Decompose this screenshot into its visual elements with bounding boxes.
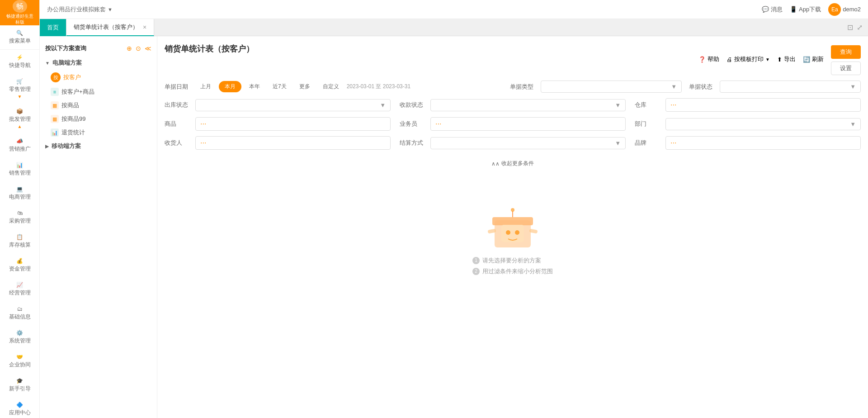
sidebar-item-marketing[interactable]: 📣 营销推广 <box>0 133 39 157</box>
tree-group-desktop-header[interactable]: ▼ 电脑端方案 <box>40 56 157 70</box>
brand-select[interactable]: ··· <box>665 136 861 150</box>
tab-maximize-icon[interactable]: ⤢ <box>857 23 863 32</box>
recipient-label: 收货人 <box>165 139 192 147</box>
tree-item-goods99[interactable]: ▦ 按商品99 <box>40 112 157 126</box>
app-download-label: App下载 <box>799 5 821 14</box>
filter-row-date: 单据日期 上月 本月 本年 近7天 更多 自定义 2023-03-01 至 20… <box>165 81 861 93</box>
quick-nav-label: 快捷导航 <box>9 62 31 69</box>
tree-group-mobile-header[interactable]: ▶ 移动端方案 <box>40 139 157 153</box>
settlement-select[interactable]: ▼ <box>430 137 626 149</box>
ecommerce-label: 电商管理 <box>9 193 31 201</box>
date-7days[interactable]: 近7天 <box>268 81 292 92</box>
topbar: 办公用品行业模拟账套 ▼ 💬 消息 📱 App下载 Ea demo2 <box>40 0 868 19</box>
department-select[interactable]: ▼ <box>665 118 861 130</box>
settlement-field: 结算方式 ▼ <box>400 137 626 149</box>
customer-scheme-label: 按客户 <box>63 73 81 81</box>
sidebar-item-finance[interactable]: 💰 资金管理 <box>0 253 39 277</box>
sidebar-item-basic-info[interactable]: 🗂 基础信息 <box>0 301 39 325</box>
goods-field: 商品 ··· <box>165 117 391 131</box>
department-label: 部门 <box>635 120 662 128</box>
settings-scheme-icon[interactable]: ⊙ <box>136 45 141 52</box>
tree-item-by-customer[interactable]: 按 按客户 <box>40 70 157 85</box>
filter-row-stock: 出库状态 ▼ 收款状态 ▼ <box>165 98 861 112</box>
salesperson-select[interactable]: ··· <box>430 117 626 131</box>
sidebar-item-purchase[interactable]: 🛍 采购管理 <box>0 205 39 229</box>
order-status-field: 单据状态 ▼ <box>689 81 861 93</box>
content-area: 按以下方案查询 ⊕ ⊙ ≪ ▼ 电脑端方案 按 按客户 ≡ <box>40 36 868 418</box>
date-custom[interactable]: 自定义 <box>318 81 344 92</box>
account-dropdown[interactable]: 办公用品行业模拟账套 ▼ <box>47 5 113 14</box>
template-print-button[interactable]: 🖨 按模板打印 ▼ <box>726 55 770 63</box>
user-profile[interactable]: Ea demo2 <box>828 3 861 16</box>
tree-item-by-goods[interactable]: ▦ 按商品 <box>40 99 157 112</box>
refresh-button[interactable]: 🔄 刷新 <box>803 55 824 63</box>
sales-stats-tab-label: 销货单统计表（按客户） <box>74 23 138 31</box>
tree-item-customer-goods[interactable]: ≡ 按客户+商品 <box>40 85 157 99</box>
sidebar-item-newuser[interactable]: 🎓 新手引导 <box>0 373 39 397</box>
payment-status-chevron: ▼ <box>615 102 621 109</box>
ecommerce-icon: 💻 <box>16 186 23 192</box>
tab-home[interactable]: 首页 <box>40 19 66 36</box>
sidebar-item-system[interactable]: ⚙️ 系统管理 <box>0 325 39 349</box>
inventory-label: 库存核算 <box>9 241 31 249</box>
tabs-bar: 首页 销货单统计表（按客户） × ⊡ ⤢ <box>40 19 868 36</box>
sidebar-logo[interactable]: 畅 畅捷通好生意 标版 <box>0 0 39 25</box>
return-stats-icon: 📊 <box>51 128 59 137</box>
settings-button[interactable]: 设置 <box>831 62 861 75</box>
tab-minimize-icon[interactable]: ⊡ <box>847 23 853 32</box>
tab-close-icon[interactable]: × <box>143 24 146 31</box>
message-icon: 💬 <box>762 6 769 13</box>
date-this-month[interactable]: 本月 <box>219 81 241 92</box>
return-stats-label: 退货统计 <box>61 128 85 137</box>
warehouse-select[interactable]: ··· <box>665 98 861 112</box>
date-field: 单据日期 上月 本月 本年 近7天 更多 自定义 2023-03-01 至 20… <box>165 81 510 92</box>
sidebar-item-sales[interactable]: 📊 销售管理 <box>0 157 39 181</box>
goods-select[interactable]: ··· <box>195 117 391 131</box>
sidebar-item-operations[interactable]: 📈 经营管理 <box>0 277 39 301</box>
add-scheme-icon[interactable]: ⊕ <box>127 45 132 52</box>
collapse-conditions-button[interactable]: ∧∧ 收起更多条件 <box>165 155 861 172</box>
sidebar-item-ecommerce[interactable]: 💻 电商管理 <box>0 181 39 205</box>
user-name: demo2 <box>843 6 861 13</box>
sidebar-item-wholesale[interactable]: 📦 批发管理 ▲ <box>0 104 39 133</box>
tree-group-mobile: ▶ 移动端方案 <box>40 139 157 153</box>
search-nav-icon: 🔍 <box>16 30 23 36</box>
svg-point-6 <box>511 208 514 212</box>
recipient-select[interactable]: ··· <box>195 136 391 150</box>
order-type-select[interactable]: ▼ <box>541 81 682 93</box>
stock-status-select[interactable]: ▼ <box>195 99 391 111</box>
app-download-button[interactable]: 📱 App下载 <box>790 5 821 14</box>
message-button[interactable]: 💬 消息 <box>762 5 783 14</box>
sidebar-item-appcenter[interactable]: 🔷 应用中心 <box>0 397 39 418</box>
avatar: Ea <box>828 3 841 16</box>
brand-label: 品牌 <box>635 139 662 147</box>
date-last-month[interactable]: 上月 <box>195 81 216 92</box>
payment-status-select[interactable]: ▼ <box>430 99 626 111</box>
help-button[interactable]: ❓ 帮助 <box>698 55 719 63</box>
tab-sales-stats[interactable]: 销货单统计表（按客户） × <box>66 19 154 36</box>
svg-rect-2 <box>501 225 524 242</box>
export-button[interactable]: ⬆ 导出 <box>777 55 796 63</box>
collapse-panel-icon[interactable]: ≪ <box>145 45 151 52</box>
order-status-select[interactable]: ▼ <box>720 81 861 93</box>
tree-group-desktop: ▼ 电脑端方案 按 按客户 ≡ 按客户+商品 ▦ 按商品 ▦ 按商品 <box>40 56 157 139</box>
sidebar-item-inventory[interactable]: 📋 库存核算 <box>0 229 39 253</box>
basic-info-label: 基础信息 <box>9 313 31 321</box>
finance-label: 资金管理 <box>9 265 31 273</box>
tree-item-return-stats[interactable]: 📊 退货统计 <box>40 126 157 139</box>
sidebar-item-quick-nav[interactable]: ⚡ 快捷导航 <box>0 50 39 74</box>
empty-state: 1 请先选择要分析的方案 2 用过滤条件来缩小分析范围 <box>157 177 868 304</box>
sidebar-item-search[interactable]: 🔍 搜索菜单 <box>0 25 39 50</box>
topbar-right: 💬 消息 📱 App下载 Ea demo2 <box>762 3 861 16</box>
query-button[interactable]: 查询 <box>831 45 861 59</box>
operations-label: 经营管理 <box>9 289 31 297</box>
inventory-icon: 📋 <box>16 234 23 240</box>
sidebar-item-retail[interactable]: 🛒 零售管理 ▼ <box>0 74 39 104</box>
filter-section: 单据日期 上月 本月 本年 近7天 更多 自定义 2023-03-01 至 20… <box>157 75 868 177</box>
date-more[interactable]: 更多 <box>294 81 315 92</box>
enterprise-icon: 🤝 <box>16 354 23 360</box>
salesperson-field: 业务员 ··· <box>400 117 626 131</box>
date-this-year[interactable]: 本年 <box>244 81 265 92</box>
sidebar-item-enterprise[interactable]: 🤝 企业协同 <box>0 349 39 373</box>
newuser-icon: 🎓 <box>16 378 23 384</box>
